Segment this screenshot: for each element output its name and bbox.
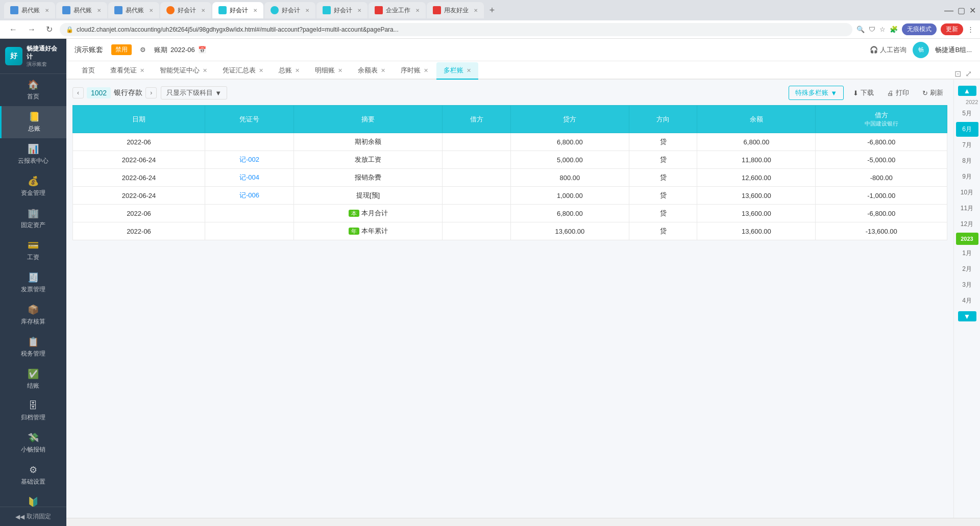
tab-detail-ledger-close[interactable]: ✕ <box>338 67 342 74</box>
shield-icon[interactable]: 🛡 <box>869 26 875 33</box>
tab-close-2[interactable]: ✕ <box>97 8 101 13</box>
forward-button[interactable]: → <box>24 24 39 35</box>
sidebar-item-funds[interactable]: 💰 资金管理 <box>0 170 66 203</box>
tab-multi-col[interactable]: 多栏账 ✕ <box>436 62 478 80</box>
month-item-2022-9[interactable]: 9月 <box>956 169 978 184</box>
tab-close-1[interactable]: ✕ <box>45 8 49 13</box>
month-item-2022-12[interactable]: 12月 <box>956 217 978 232</box>
sidebar-item-guide[interactable]: 🔰 新手引导 <box>0 491 66 507</box>
tab-balance-table[interactable]: 余额表 ✕ <box>351 62 393 80</box>
bookmark-icon[interactable]: ☆ <box>879 26 886 33</box>
tab-smart-voucher-close[interactable]: ✕ <box>203 67 207 74</box>
tab-balance-table-close[interactable]: ✕ <box>381 67 385 74</box>
url-input[interactable]: 🔒 cloud2.chanjet.com/accounting/uh26t264… <box>60 23 852 36</box>
filter-dropdown[interactable]: 只显示下级科目 ▼ <box>161 86 227 99</box>
month-item-2022-7[interactable]: 7月 <box>956 138 978 153</box>
tab-5[interactable]: 好会计 ✕ <box>212 2 263 18</box>
reload-button[interactable]: ↻ <box>43 23 56 35</box>
back-button[interactable]: ← <box>6 24 20 35</box>
tab-smart-voucher[interactable]: 智能凭证中心 ✕ <box>153 62 214 80</box>
pin-toggle-button[interactable]: ◀◀ 取消固定 <box>0 507 66 526</box>
row-voucher-4[interactable]: 记-006 <box>205 187 294 205</box>
row-voucher-2[interactable]: 记-002 <box>205 151 294 169</box>
month-item-2023-3[interactable]: 3月 <box>956 278 978 292</box>
sidebar-item-home[interactable]: 🏠 首页 <box>0 74 66 106</box>
sidebar-item-settings[interactable]: ⚙ 基础设置 <box>0 459 66 491</box>
sidebar-item-salary[interactable]: 💳 工资 <box>0 235 66 267</box>
tab-voucher-view-close[interactable]: ✕ <box>140 67 144 74</box>
month-item-2022-6[interactable]: 6月 <box>956 122 978 137</box>
month-nav-up[interactable]: ▲ <box>958 86 976 96</box>
tab-4[interactable]: 好会计 ✕ <box>160 2 211 18</box>
print-button[interactable]: 🖨 打印 <box>883 86 913 99</box>
sidebar-item-invoice[interactable]: 🧾 发票管理 <box>0 267 66 299</box>
bottom-scrollbar[interactable] <box>66 518 980 526</box>
tab-general-ledger[interactable]: 总账 ✕ <box>272 62 307 80</box>
month-item-2022-8[interactable]: 8月 <box>956 154 978 168</box>
tab-voucher-summary[interactable]: 凭证汇总表 ✕ <box>215 62 271 80</box>
sidebar-item-reports[interactable]: 📊 云报表中心 <box>0 138 66 170</box>
tabs-expand-button[interactable]: ⊡ ⤢ <box>954 69 972 79</box>
voucher-link-2[interactable]: 记-002 <box>239 156 259 163</box>
user-avatar[interactable]: 畅 <box>913 42 929 58</box>
stealth-mode-button[interactable]: 无痕模式 <box>902 23 937 35</box>
page-tabs: 首页 查看凭证 ✕ 智能凭证中心 ✕ 凭证汇总表 ✕ 总账 ✕ 明细账 ✕ <box>66 61 980 80</box>
month-item-2023-2[interactable]: 2月 <box>956 262 978 277</box>
month-nav-down[interactable]: ▼ <box>958 311 976 321</box>
tab-3[interactable]: 易代账 ✕ <box>108 2 159 18</box>
tab-seq-ledger[interactable]: 序时账 ✕ <box>394 62 435 80</box>
close-button[interactable]: ✕ <box>969 6 976 15</box>
month-item-2022-11[interactable]: 11月 <box>956 201 978 216</box>
next-account-button[interactable]: › <box>145 87 157 98</box>
month-item-2022-10[interactable]: 10月 <box>956 185 978 200</box>
sidebar-item-assets[interactable]: 🏢 固定资产 <box>0 203 66 235</box>
update-button[interactable]: 更新 <box>941 23 963 35</box>
consultant-button[interactable]: 🎧 人工咨询 <box>870 45 906 55</box>
special-col-button[interactable]: 特殊多栏账 ▼ <box>789 86 844 100</box>
tab-detail-ledger[interactable]: 明细账 ✕ <box>308 62 350 80</box>
calendar-icon[interactable]: 📅 <box>198 46 206 54</box>
tab-close-4[interactable]: ✕ <box>201 8 205 13</box>
extensions-icon[interactable]: 🧩 <box>890 26 898 33</box>
tab-multi-col-close[interactable]: ✕ <box>467 67 471 74</box>
new-tab-button[interactable]: + <box>485 3 499 17</box>
tab-close-6[interactable]: ✕ <box>305 8 309 13</box>
month-item-2023-4[interactable]: 4月 <box>956 293 978 308</box>
tab-general-ledger-close[interactable]: ✕ <box>295 67 300 74</box>
sidebar-item-ledger[interactable]: 📒 总账 <box>0 106 66 138</box>
month-item-2022-5[interactable]: 5月 <box>956 106 978 121</box>
sidebar-item-tax[interactable]: 📋 税务管理 <box>0 331 66 363</box>
sidebar-item-inventory[interactable]: 📦 库存核算 <box>0 299 66 331</box>
tab-8[interactable]: 企业工作 ✕ <box>369 2 426 18</box>
minimize-button[interactable]: — <box>944 5 953 16</box>
tab-7[interactable]: 好会计 ✕ <box>316 2 368 18</box>
prev-account-button[interactable]: ‹ <box>72 87 84 98</box>
sidebar-item-closing[interactable]: ✅ 结账 <box>0 363 66 395</box>
month-item-2023-1[interactable]: 1月 <box>956 246 978 261</box>
menu-button[interactable]: ⋮ <box>967 26 974 33</box>
settings-button[interactable]: ⚙ <box>140 46 146 54</box>
tab-6[interactable]: 好会计 ✕ <box>264 2 315 18</box>
sidebar-item-archive[interactable]: 🗄 归档管理 <box>0 395 66 427</box>
tab-home[interactable]: 首页 <box>75 62 102 80</box>
tab-close-8[interactable]: ✕ <box>415 8 420 13</box>
tab-voucher-summary-close[interactable]: ✕ <box>259 67 263 74</box>
refresh-button[interactable]: ↻ 刷新 <box>918 86 947 99</box>
tab-1[interactable]: 易代账 ✕ <box>4 2 55 18</box>
sidebar-item-expense[interactable]: 💸 小畅报销 <box>0 427 66 459</box>
tab-2[interactable]: 易代账 ✕ <box>56 2 107 18</box>
search-icon[interactable]: 🔍 <box>856 26 865 33</box>
tab-close-3[interactable]: ✕ <box>149 8 153 13</box>
user-name[interactable]: 畅捷通B组... <box>935 45 972 55</box>
maximize-button[interactable]: ▢ <box>958 6 965 15</box>
tab-voucher-view[interactable]: 查看凭证 ✕ <box>103 62 152 80</box>
voucher-link-3[interactable]: 记-004 <box>239 173 259 181</box>
voucher-link-4[interactable]: 记-006 <box>239 191 259 199</box>
tab-close-9[interactable]: ✕ <box>474 8 478 13</box>
tab-seq-ledger-close[interactable]: ✕ <box>424 67 428 74</box>
download-button[interactable]: ⬇ 下载 <box>849 86 878 99</box>
row-voucher-3[interactable]: 记-004 <box>205 169 294 187</box>
tab-close-5[interactable]: ✕ <box>253 8 257 13</box>
tab-close-7[interactable]: ✕ <box>357 8 361 13</box>
tab-9[interactable]: 用友好业 ✕ <box>427 2 484 18</box>
